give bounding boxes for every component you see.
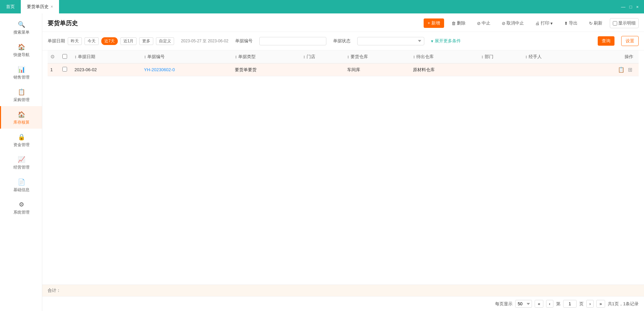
display-detail-checkbox[interactable] (613, 21, 617, 26)
sidebar-item-label: 资金管理 (13, 142, 30, 148)
doc-status-select[interactable] (357, 37, 424, 45)
header-actions: + 新增 🗑 删除 ⊘ 中止 ⊘ 取消中止 🖨 打印 ▾ (424, 18, 639, 28)
operations-icon: 📈 (18, 156, 25, 163)
row-delete-button[interactable]: ⊞ (627, 66, 633, 73)
date-btn-yesterday[interactable]: 昨天 (68, 37, 82, 45)
select-all-checkbox[interactable] (62, 54, 67, 59)
row-edit-button[interactable]: 📋 (617, 66, 626, 73)
row-req-warehouse: 车间库 (344, 63, 410, 76)
cancel-suspend-icon: ⊘ (502, 21, 505, 26)
refresh-label: 刷新 (594, 20, 602, 26)
page-header: 要货单历史 + 新增 🗑 删除 ⊘ 中止 ⊘ 取消中止 🖨 打印 (42, 13, 644, 32)
suspend-button[interactable]: ⊘ 中止 (473, 18, 494, 28)
date-btn-today[interactable]: 今天 (85, 37, 99, 45)
refresh-button[interactable]: ↻ 刷新 (585, 18, 606, 28)
col-checkbox (60, 50, 72, 63)
col-date: ↕ 单据日期 (72, 50, 141, 63)
row-handler (523, 63, 578, 76)
next-page-button[interactable]: › (586, 300, 594, 308)
col-handler: ↕ 经手人 (523, 50, 578, 63)
date-btn-more[interactable]: 更多 (139, 37, 153, 45)
col-store: ↕ 门店 (301, 50, 344, 63)
print-icon: 🖨 (535, 21, 540, 26)
col-handler-label: ↕ 经手人 (525, 54, 542, 59)
expand-label: 展开更多条件 (435, 38, 461, 44)
row-index: 1 (48, 63, 60, 76)
display-detail-toggle[interactable]: 显示明细 (610, 18, 639, 28)
layout: 🔍 搜索菜单 🏠 快捷导航 📊 销售管理 📋 采购管理 🏠 库存核算 🔒 资金管… (0, 13, 644, 311)
row-number-link[interactable]: YH-20230602-0 (144, 67, 175, 72)
row-actions: 📋 ⊞ (577, 63, 639, 76)
suspend-label: 中止 (482, 20, 490, 26)
query-button[interactable]: 查询 (598, 36, 614, 46)
sidebar-item-purchase[interactable]: 📋 采购管理 (0, 84, 42, 106)
col-pending-warehouse-label: ↕ 待出仓库 (413, 54, 434, 59)
col-store-label: ↕ 门店 (303, 54, 315, 59)
inventory-icon: 🏠 (18, 111, 25, 118)
settings-button[interactable]: 设置 (621, 36, 639, 46)
date-label: 单据日期 (48, 38, 65, 44)
prev-page-button[interactable]: ‹ (546, 300, 553, 308)
delete-button[interactable]: 🗑 删除 (447, 18, 470, 28)
row-department (479, 63, 523, 76)
sidebar-item-search-menu[interactable]: 🔍 搜索菜单 (0, 16, 42, 39)
sidebar-item-label: 系统管理 (13, 210, 30, 215)
delete-icon: 🗑 (451, 21, 456, 26)
tab-home[interactable]: 首页 (0, 0, 21, 13)
cancel-suspend-label: 取消中止 (506, 20, 524, 26)
total-info: 共1页，1条记录 (608, 301, 639, 307)
sidebar-item-operations[interactable]: 📈 经营管理 (0, 151, 42, 174)
date-btn-1month[interactable]: 近1月 (120, 37, 137, 45)
doc-status-label: 单据状态 (333, 38, 351, 44)
sidebar-item-label: 经营管理 (13, 165, 30, 170)
main-content: 要货单历史 + 新增 🗑 删除 ⊘ 中止 ⊘ 取消中止 🖨 打印 (42, 13, 644, 311)
per-page-select[interactable]: 50 100 (515, 300, 532, 308)
tab-active[interactable]: 要货单历史 × (21, 0, 59, 13)
col-type: ↕ 单据类型 (232, 50, 301, 63)
quick-nav-icon: 🏠 (18, 43, 25, 51)
sidebar-item-quick-nav[interactable]: 🏠 快捷导航 (0, 39, 42, 61)
system-icon: ⚙ (19, 201, 24, 208)
cancel-suspend-button[interactable]: ⊘ 取消中止 (498, 18, 528, 28)
expand-filter-button[interactable]: ▾ 展开更多条件 (431, 38, 461, 44)
last-page-button[interactable]: » (596, 300, 605, 308)
table-settings-icon[interactable]: ⚙ (50, 54, 55, 59)
sidebar-item-sales[interactable]: 📊 销售管理 (0, 61, 42, 84)
window-maximize[interactable]: □ (630, 4, 632, 9)
sidebar: 🔍 搜索菜单 🏠 快捷导航 📊 销售管理 📋 采购管理 🏠 库存核算 🔒 资金管… (0, 13, 42, 311)
window-minimize[interactable]: — (621, 4, 626, 9)
sidebar-item-label: 销售管理 (13, 75, 30, 80)
tab-active-label: 要货单历史 (27, 4, 49, 10)
sidebar-item-finance[interactable]: 🔒 资金管理 (0, 129, 42, 151)
date-btn-7days[interactable]: 近7天 (101, 37, 118, 45)
export-button[interactable]: ⬆ 导出 (560, 18, 582, 28)
sidebar-item-inventory[interactable]: 🏠 库存核算 (0, 106, 42, 129)
first-page-button[interactable]: « (535, 300, 543, 308)
top-bar-right: — □ × (621, 4, 644, 9)
col-department-label: ↕ 部门 (481, 54, 493, 59)
print-arrow-icon: ▾ (550, 21, 553, 26)
filter-row-1: 单据日期 昨天 今天 近7天 近1月 更多 自定义 2023-05-27 至 2… (48, 36, 639, 46)
doc-number-input[interactable] (259, 37, 326, 45)
page-label: 第 (556, 301, 560, 307)
tab-close-icon[interactable]: × (51, 4, 53, 9)
row-select-checkbox[interactable] (62, 67, 67, 72)
page-number-input[interactable] (563, 300, 577, 308)
col-number: ↕ 单据编号 (141, 50, 232, 63)
window-close[interactable]: × (636, 4, 639, 9)
date-btn-custom[interactable]: 自定义 (156, 37, 174, 45)
col-date-label: ↕ 单据日期 (74, 54, 95, 59)
col-req-warehouse: ↕ 要货仓库 (344, 50, 410, 63)
sidebar-item-basic-info[interactable]: 📄 基础信息 (0, 174, 42, 196)
filter-bar: 单据日期 昨天 今天 近7天 近1月 更多 自定义 2023-05-27 至 2… (42, 32, 644, 50)
col-req-warehouse-label: ↕ 要货仓库 (347, 54, 368, 59)
export-icon: ⬆ (564, 21, 568, 26)
per-page-label: 每页显示 (495, 301, 513, 307)
add-button[interactable]: + 新增 (424, 18, 444, 28)
top-bar: 首页 要货单历史 × — □ × (0, 0, 644, 13)
row-date: 2023-06-02 (72, 63, 141, 76)
col-settings: ⚙ (48, 50, 60, 63)
sidebar-item-system[interactable]: ⚙ 系统管理 (0, 196, 42, 219)
print-button[interactable]: 🖨 打印 ▾ (531, 18, 557, 28)
pagination: 每页显示 50 100 « ‹ 第 页 › » 共1页，1条记录 (42, 296, 644, 311)
